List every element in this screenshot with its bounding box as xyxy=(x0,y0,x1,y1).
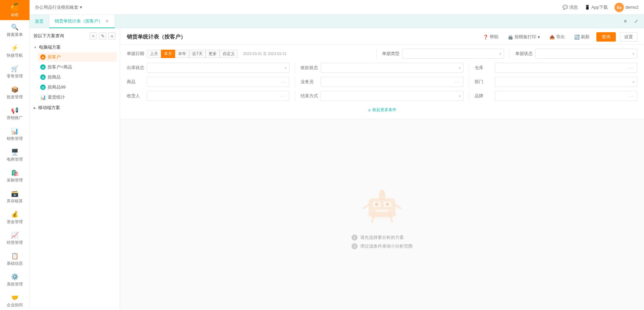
message-label: 消息 xyxy=(569,4,578,10)
industry-label: 办公用品行业模拟账套 xyxy=(35,4,78,10)
scheme-add-btn[interactable]: + xyxy=(90,32,97,40)
filter-pay-status: 收款状态 ▾ xyxy=(301,63,463,73)
page-title: 销货单统计表（按客户） xyxy=(127,34,186,41)
tab-restore-btn[interactable]: ⤢ xyxy=(632,17,640,25)
scheme-edit-btn[interactable]: ✎ xyxy=(99,32,106,40)
salesperson-select[interactable]: ··· xyxy=(321,77,463,87)
sidebar-item-inventory[interactable]: 🗃️库存核算 xyxy=(0,187,29,207)
date-btn-this-year[interactable]: 本年 xyxy=(175,50,189,58)
filter-row-4: 收货人 ··· 结算方式 ▾ xyxy=(127,91,637,101)
group-desktop-label: 电脑端方案 xyxy=(39,44,61,50)
filter-doc-type: 单据类型 ▾ xyxy=(382,49,504,59)
scheme-item-icon: ⊞ xyxy=(40,74,46,80)
svg-rect-1 xyxy=(369,198,395,217)
dept-select[interactable]: ▾ xyxy=(495,77,637,87)
filter-doc-status: 单据状态 ▾ xyxy=(515,49,637,59)
doc-type-select[interactable]: ▾ xyxy=(402,49,504,59)
export-btn[interactable]: 📤 导出 xyxy=(547,33,568,41)
tip-num-2: 2 xyxy=(352,243,358,249)
sidebar-item-retail[interactable]: 🛒零售管理 xyxy=(0,62,29,83)
filter-row-1: 单据日期 上月 本月 本年 近7天 更多 自定义 2023-03-01 至 20… xyxy=(127,49,637,59)
settings-btn[interactable]: 设置 xyxy=(620,32,637,42)
sidebar-item-operations[interactable]: 📈经营管理 xyxy=(0,228,29,249)
filter-settlement: 结算方式 ▾ xyxy=(301,91,463,101)
date-btn-more[interactable]: 更多 xyxy=(206,50,220,58)
sidebar-item-purchase[interactable]: 🛍️采购管理 xyxy=(0,166,29,187)
filter-dept: 部门 ▾ xyxy=(475,77,637,87)
sidebar-item-system[interactable]: ⚙️系统管理 xyxy=(0,270,29,291)
filter-goods: 商品 ··· xyxy=(127,77,289,87)
sidebar-item-quick-nav[interactable]: ⚡快捷导航 xyxy=(0,41,29,62)
sidebar-item-label: 库存核算 xyxy=(7,198,23,204)
sidebar-item-finance[interactable]: 💰资金管理 xyxy=(0,207,29,228)
scheme-panel-title: 按以下方案查询 xyxy=(34,33,64,39)
recipient-select[interactable]: ··· xyxy=(147,91,289,101)
tab-close-all-btn[interactable]: ✕ xyxy=(621,17,629,25)
filter-brand: 品牌 ··· xyxy=(475,91,637,101)
basic-icon: 📋 xyxy=(11,252,18,260)
scheme-item-by-goods[interactable]: ⊞ 按商品 xyxy=(38,72,117,82)
filter-salesperson: 业务员 ··· xyxy=(301,77,463,87)
date-btn-custom[interactable]: 自定义 xyxy=(220,50,238,58)
scheme-item-return-stats[interactable]: 📊 退货统计 xyxy=(38,93,117,102)
svg-point-8 xyxy=(379,190,385,195)
warehouse-select[interactable]: ··· xyxy=(495,63,637,73)
date-btn-7days[interactable]: 近7天 xyxy=(189,50,206,58)
scheme-item-by-customer[interactable]: ● 按客户 xyxy=(38,52,117,62)
header-tools: ❓ 帮助 🖨️ 按模板打印 ▾ 📤 导出 🔄 刷新 xyxy=(480,32,637,42)
tab-home[interactable]: 首页 xyxy=(30,15,49,28)
scheme-collapse-btn[interactable]: « xyxy=(108,32,116,40)
sidebar-item-label: 零售管理 xyxy=(7,73,23,79)
sidebar-item-label: 企业协同 xyxy=(7,302,23,308)
scheme-item-by-customer-goods[interactable]: ⊞ 按客户+商品 xyxy=(38,62,117,72)
doc-status-chevron-icon: ▾ xyxy=(633,52,634,56)
doc-status-select[interactable]: ▾ xyxy=(535,49,637,59)
query-btn[interactable]: 查询 xyxy=(596,32,616,42)
sidebar-item-label: 资金管理 xyxy=(7,219,23,225)
pay-status-select[interactable]: ▾ xyxy=(321,63,463,73)
filter-row-3: 商品 ··· 业务员 ··· xyxy=(127,77,637,87)
scheme-item-icon: ⊞ xyxy=(40,64,46,70)
wholesale-icon: 📦 xyxy=(11,86,18,93)
retail-icon: 🛒 xyxy=(11,65,18,72)
sidebar-item-wholesale[interactable]: 📦批发管理 xyxy=(0,83,29,103)
help-btn[interactable]: ❓ 帮助 xyxy=(480,33,501,41)
out-status-select[interactable]: ▾ xyxy=(147,63,289,73)
settlement-select[interactable]: ▾ xyxy=(321,91,463,101)
print-btn[interactable]: 🖨️ 按模板打印 ▾ xyxy=(505,33,543,41)
message-btn[interactable]: 💬 消息 xyxy=(562,4,578,10)
app-download-btn[interactable]: 📱 App下载 xyxy=(585,4,608,10)
sidebar-item-marketing[interactable]: 📢营销推广 xyxy=(0,103,29,124)
scheme-item-by-goods-99[interactable]: ⊞ 按商品99 xyxy=(38,83,117,92)
tab-bar: 首页 销货单统计表（按客户） ✕ ✕ ⤢ xyxy=(30,15,644,28)
group-arrow-icon: ▼ xyxy=(34,46,37,49)
tab-sales-stats[interactable]: 销货单统计表（按客户） ✕ xyxy=(49,15,115,28)
sidebar-item-cooperation[interactable]: 🤝企业协同 xyxy=(0,291,29,310)
collapse-filter-btn[interactable]: ∧ 收起更多条件 xyxy=(127,105,637,115)
date-filter-buttons: 上月 本月 本年 近7天 更多 自定义 xyxy=(147,50,238,58)
scheme-group-desktop-header[interactable]: ▼ 电脑端方案 xyxy=(32,42,117,52)
user-menu[interactable]: Ea demo2 xyxy=(614,3,639,12)
scheme-group-mobile-header[interactable]: ▶ 移动端方案 xyxy=(32,103,117,113)
date-btn-this-month[interactable]: 本月 xyxy=(161,50,175,58)
print-dropdown-icon: ▾ xyxy=(538,35,540,40)
system-icon: ⚙️ xyxy=(11,273,18,280)
export-label: 导出 xyxy=(556,34,565,40)
goods-select[interactable]: ··· xyxy=(147,77,289,87)
sidebar-item-ecommerce[interactable]: 🖥️电商管理 xyxy=(0,145,29,166)
search-icon: 🔍 xyxy=(11,23,18,31)
app-download-label: App下载 xyxy=(591,4,608,10)
sidebar-item-sales[interactable]: 📊销售管理 xyxy=(0,124,29,145)
warehouse-label: 仓库 xyxy=(475,65,492,71)
sidebar-item-search[interactable]: 🔍搜索菜单 xyxy=(0,20,29,41)
export-icon: 📤 xyxy=(549,35,555,40)
refresh-btn[interactable]: 🔄 刷新 xyxy=(572,33,592,41)
operations-icon: 📈 xyxy=(11,231,18,239)
industry-selector[interactable]: 办公用品行业模拟账套 ▾ xyxy=(35,4,82,10)
tab-close-btn[interactable]: ✕ xyxy=(105,18,109,24)
logo[interactable]: 🍊 标橙 xyxy=(0,0,30,20)
brand-select[interactable]: ··· xyxy=(495,91,637,101)
tab-bar-actions: ✕ ⤢ xyxy=(617,17,644,25)
sidebar-item-basic[interactable]: 📋基础信息 xyxy=(0,249,29,270)
date-btn-last-month[interactable]: 上月 xyxy=(147,50,161,58)
